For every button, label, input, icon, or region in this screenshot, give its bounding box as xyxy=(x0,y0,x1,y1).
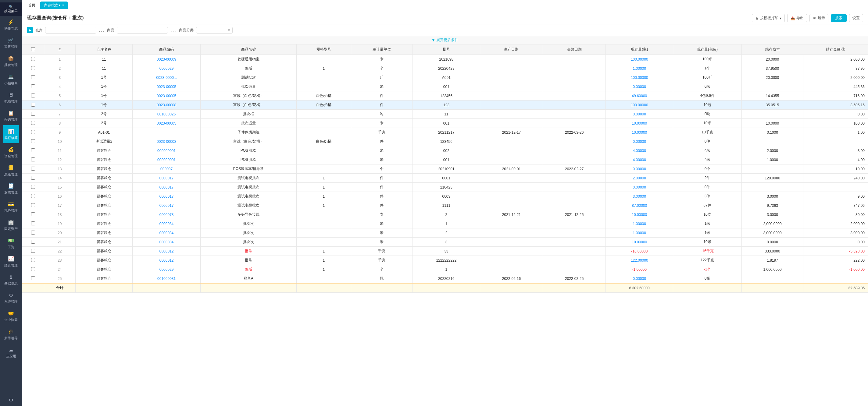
row-checkbox[interactable] xyxy=(31,222,35,225)
cell-0[interactable] xyxy=(22,146,44,155)
row-checkbox[interactable] xyxy=(31,66,35,70)
cell-0[interactable] xyxy=(22,119,44,128)
row-checkbox[interactable] xyxy=(31,194,35,198)
total-qty: 6,302.60000 xyxy=(606,283,673,293)
row-checkbox[interactable] xyxy=(31,212,35,216)
cell-0[interactable] xyxy=(22,73,44,82)
row-checkbox[interactable] xyxy=(31,75,35,79)
cell-0[interactable] xyxy=(22,101,44,110)
row-checkbox[interactable] xyxy=(31,103,35,107)
row-checkbox[interactable] xyxy=(31,84,35,88)
sidebar-item-16[interactable]: 🤝企业协同 xyxy=(3,307,19,326)
export-btn[interactable]: 📤 导出 xyxy=(787,14,807,22)
cell-0[interactable] xyxy=(22,165,44,174)
cell-2: 11 xyxy=(75,64,133,73)
row-checkbox[interactable] xyxy=(31,112,35,116)
expand-btn[interactable]: ▼ 展开更多条件 xyxy=(432,37,459,43)
sidebar-item-9[interactable]: 🧾发票管理 xyxy=(3,180,19,198)
sidebar-item-6[interactable]: 📊库存核算 xyxy=(3,125,19,143)
cell-10: 2.00000 xyxy=(606,174,673,183)
cell-0[interactable] xyxy=(22,110,44,119)
main-area: 首页 库存批次▾ × 现存量查询(按仓库＋批次) 🖨 按模板打印 ▾ 📤 导出 xyxy=(22,0,868,406)
sidebar-item-0[interactable]: ⚡快捷导航 xyxy=(3,16,19,34)
cell-11: 122千克 xyxy=(673,256,742,265)
sidebar-item-8[interactable]: 📒总账管理 xyxy=(3,162,19,180)
row-checkbox[interactable] xyxy=(31,121,35,125)
sidebar-search[interactable]: 🔍 搜索菜单 xyxy=(0,2,22,16)
cell-0[interactable] xyxy=(22,247,44,256)
search-btn[interactable]: 搜索 xyxy=(831,14,847,22)
row-checkbox[interactable] xyxy=(31,148,35,152)
cell-0[interactable] xyxy=(22,128,44,137)
sidebar-item-17[interactable]: 🎓新手引导 xyxy=(3,325,19,344)
cell-0[interactable] xyxy=(22,82,44,91)
set-btn[interactable]: 设置 xyxy=(849,14,863,22)
sidebar-item-4[interactable]: 🖥电商管理 xyxy=(3,89,19,107)
cell-0[interactable] xyxy=(22,155,44,165)
sidebar-item-15[interactable]: ⚙系统管理 xyxy=(3,289,19,307)
row-checkbox[interactable] xyxy=(31,203,35,207)
cell-0[interactable] xyxy=(22,201,44,210)
row-checkbox[interactable] xyxy=(31,130,35,134)
cell-0[interactable] xyxy=(22,219,44,229)
sidebar-item-12[interactable]: 💵工资 xyxy=(3,234,19,252)
nav-active-tab[interactable]: 库存批次▾ × xyxy=(40,2,68,9)
row-checkbox[interactable] xyxy=(31,249,35,253)
tab-close-btn[interactable]: × xyxy=(62,4,64,7)
row-checkbox[interactable] xyxy=(31,267,35,271)
row-checkbox[interactable] xyxy=(31,258,35,262)
cell-0[interactable] xyxy=(22,210,44,219)
row-checkbox[interactable] xyxy=(31,94,35,98)
warehouse-dots[interactable]: ... xyxy=(99,27,104,33)
row-checkbox[interactable] xyxy=(31,276,35,280)
cell-4: 藤斯 xyxy=(200,265,297,274)
cell-4: 测试电視批次 xyxy=(200,201,297,210)
row-checkbox[interactable] xyxy=(31,240,35,244)
sidebar-item-11[interactable]: 🏢固定资产 xyxy=(3,216,19,235)
row-checkbox[interactable] xyxy=(31,158,35,162)
category-select[interactable]: ▾ xyxy=(196,27,232,34)
cell-0[interactable] xyxy=(22,274,44,283)
cell-0[interactable] xyxy=(22,238,44,247)
cell-0[interactable] xyxy=(22,55,44,64)
row-checkbox[interactable] xyxy=(31,139,35,143)
cell-0[interactable] xyxy=(22,64,44,73)
sidebar-item-13[interactable]: 📈经营管理 xyxy=(3,252,19,271)
cell-0[interactable] xyxy=(22,91,44,101)
goods-dots[interactable]: ... xyxy=(170,27,176,33)
sidebar-item-5[interactable]: 📋采购管理 xyxy=(3,107,19,125)
sidebar-item-3[interactable]: 💻小额电商 xyxy=(3,70,19,89)
sidebar-item-1[interactable]: 🛒零售管理 xyxy=(3,34,19,53)
cell-12: 37.9500 xyxy=(742,64,803,73)
cell-6: 件 xyxy=(351,101,412,110)
cell-12: 3.0000 xyxy=(742,192,803,201)
cell-0[interactable] xyxy=(22,137,44,146)
row-checkbox[interactable] xyxy=(31,176,35,180)
cell-0[interactable] xyxy=(22,229,44,238)
sidebar-item-18[interactable]: ☁云应用 xyxy=(3,344,19,362)
print-btn[interactable]: 🖨 按模板打印 ▾ xyxy=(752,14,785,22)
goods-input[interactable] xyxy=(120,28,165,32)
sidebar-item-14[interactable]: ℹ基础信息 xyxy=(3,271,19,289)
cell-0[interactable] xyxy=(22,265,44,274)
row-checkbox[interactable] xyxy=(31,231,35,235)
sidebar-settings[interactable]: ⚙ xyxy=(0,394,22,406)
cell-0[interactable] xyxy=(22,256,44,265)
sidebar-item-7[interactable]: 💰资金管理 xyxy=(3,143,19,162)
cell-0[interactable] xyxy=(22,174,44,183)
filter-arrow[interactable]: ▶ xyxy=(27,27,33,33)
row-checkbox[interactable] xyxy=(31,167,35,171)
cell-0[interactable] xyxy=(22,183,44,192)
display-btn[interactable]: 👁 展示 xyxy=(809,14,828,22)
cell-11: 1米 xyxy=(673,219,742,229)
warehouse-input[interactable] xyxy=(48,28,94,32)
row-checkbox[interactable] xyxy=(31,57,35,61)
nav-home[interactable]: 首页 xyxy=(24,2,39,9)
cell-9: 2022-03-26 xyxy=(543,128,606,137)
select-all-checkbox[interactable] xyxy=(31,47,35,51)
row-checkbox[interactable] xyxy=(31,185,35,189)
sidebar-item-2[interactable]: 📦批发管理 xyxy=(3,53,19,71)
cell-7: 123456 xyxy=(412,91,480,101)
cell-0[interactable] xyxy=(22,192,44,201)
sidebar-item-10[interactable]: 💳税务管理 xyxy=(3,198,19,216)
